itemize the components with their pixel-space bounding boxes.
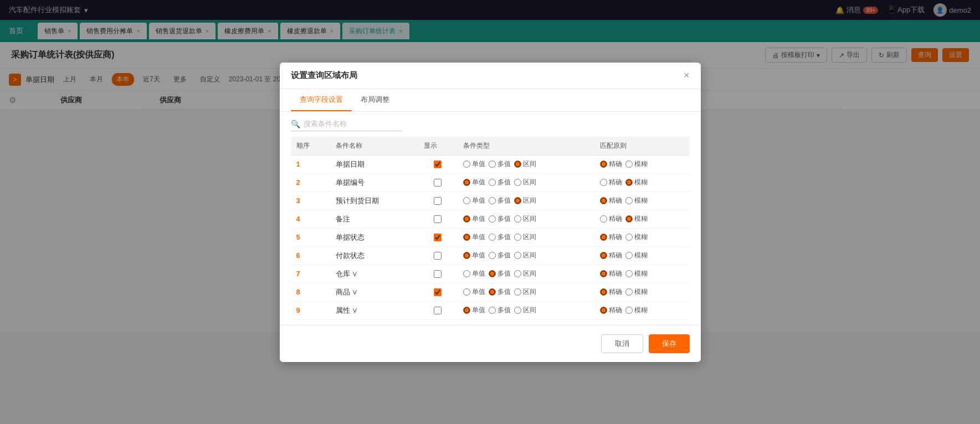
radio-type-2-区间[interactable]: 区间 <box>514 196 536 205</box>
cell-name: 单据日期 <box>330 155 418 173</box>
dialog-tabs: 查询字段设置 布局调整 <box>280 89 701 112</box>
radio-type-3-区间[interactable]: 区间 <box>514 214 536 224</box>
radio-match-2-模糊[interactable]: 模糊 <box>625 196 648 205</box>
cell-display[interactable] <box>418 301 458 319</box>
search-icon: 🔍 <box>291 120 300 128</box>
radio-type-7-区间[interactable]: 区间 <box>514 287 536 297</box>
display-checkbox-2[interactable] <box>434 197 442 205</box>
radio-match-1-模糊[interactable]: 模糊 <box>625 178 648 187</box>
display-checkbox-7[interactable] <box>434 288 442 296</box>
radio-type-0-区间[interactable]: 区间 <box>514 159 536 169</box>
cell-display[interactable] <box>418 265 458 283</box>
cell-order: 7 <box>291 265 330 283</box>
display-checkbox-6[interactable] <box>434 270 442 278</box>
display-checkbox-3[interactable] <box>434 215 442 223</box>
radio-type-6-单值[interactable]: 单值 <box>463 269 485 278</box>
display-checkbox-4[interactable] <box>434 234 442 241</box>
radio-type-6-区间[interactable]: 区间 <box>514 269 536 278</box>
cell-name: 单据状态 <box>330 228 418 246</box>
radio-type-4-区间[interactable]: 区间 <box>514 232 536 242</box>
radio-type-5-多值[interactable]: 多值 <box>489 251 511 260</box>
cell-order: 9 <box>291 301 330 319</box>
cell-order: 6 <box>291 246 330 265</box>
radio-type-2-多值[interactable]: 多值 <box>489 196 511 205</box>
radio-type-6-多值[interactable]: 多值 <box>489 269 511 278</box>
settings-dialog: 设置查询区域布局 × 查询字段设置 布局调整 🔍 顺序 条件名称 显示 <box>280 63 701 332</box>
cell-display[interactable] <box>418 283 458 301</box>
radio-type-8-区间[interactable]: 区间 <box>514 306 536 315</box>
radio-match-3-精确[interactable]: 精确 <box>600 214 622 224</box>
cell-type: 单值 多值 区间 <box>458 283 594 301</box>
display-checkbox-0[interactable] <box>434 161 442 168</box>
cell-match: 精确 模糊 <box>594 319 690 325</box>
dialog-title: 设置查询区域布局 <box>291 70 357 81</box>
radio-type-1-单值[interactable]: 单值 <box>463 178 485 187</box>
radio-match-2-精确[interactable]: 精确 <box>600 196 622 205</box>
cell-display[interactable] <box>418 210 458 228</box>
radio-match-5-模糊[interactable]: 模糊 <box>625 251 648 260</box>
radio-type-1-多值[interactable]: 多值 <box>489 178 511 187</box>
radio-match-7-精确[interactable]: 精确 <box>600 287 622 297</box>
cell-order: 8 <box>291 283 330 301</box>
radio-type-3-单值[interactable]: 单值 <box>463 214 485 224</box>
radio-type-5-区间[interactable]: 区间 <box>514 251 536 260</box>
radio-type-5-单值[interactable]: 单值 <box>463 251 485 260</box>
radio-match-8-模糊[interactable]: 模糊 <box>625 306 648 315</box>
radio-match-3-模糊[interactable]: 模糊 <box>625 214 648 224</box>
radio-match-0-模糊[interactable]: 模糊 <box>625 159 648 169</box>
cell-match: 精确 模糊 <box>594 210 690 228</box>
cell-name: 备注 <box>330 210 418 228</box>
radio-match-8-精确[interactable]: 精确 <box>600 306 622 315</box>
col-type: 条件类型 <box>458 137 594 156</box>
table-row: 7 仓库 ∨ 单值 多值 区间 精确 模糊 <box>291 265 690 283</box>
cell-name: 仓库 ∨ <box>330 265 418 283</box>
radio-match-4-模糊[interactable]: 模糊 <box>625 232 648 242</box>
radio-type-8-多值[interactable]: 多值 <box>489 306 511 315</box>
cell-display[interactable] <box>418 246 458 265</box>
cell-display[interactable] <box>418 319 458 325</box>
radio-type-7-多值[interactable]: 多值 <box>489 287 511 297</box>
radio-type-3-多值[interactable]: 多值 <box>489 214 511 224</box>
radio-type-4-单值[interactable]: 单值 <box>463 232 485 242</box>
display-checkbox-5[interactable] <box>434 252 442 260</box>
cell-name: 商品 ∨ <box>330 283 418 301</box>
cell-display[interactable] <box>418 192 458 210</box>
cell-display[interactable] <box>418 155 458 173</box>
radio-match-1-精确[interactable]: 精确 <box>600 178 622 187</box>
cell-order: 10 <box>291 319 330 325</box>
radio-match-7-模糊[interactable]: 模糊 <box>625 287 648 297</box>
dialog-header: 设置查询区域布局 × <box>280 63 701 89</box>
radio-type-8-单值[interactable]: 单值 <box>463 306 485 315</box>
cell-type: 单值 多值 区间 <box>458 192 594 210</box>
table-row: 3 预计到货日期 单值 多值 区间 精确 模糊 <box>291 192 690 210</box>
radio-type-0-多值[interactable]: 多值 <box>489 159 511 169</box>
cell-match: 精确 模糊 <box>594 265 690 283</box>
cell-type: 单值 多值 区间 <box>458 228 594 246</box>
cell-display[interactable] <box>418 228 458 246</box>
cell-type: 单值 多值 区间 <box>458 155 594 173</box>
conditions-table: 顺序 条件名称 显示 条件类型 匹配原则 1 单据日期 单值 多值 <box>291 137 690 325</box>
cell-name: 属性 ∨ <box>330 301 418 319</box>
tab-layout[interactable]: 布局调整 <box>352 89 398 111</box>
radio-type-0-单值[interactable]: 单值 <box>463 159 485 169</box>
radio-match-6-模糊[interactable]: 模糊 <box>625 269 648 278</box>
cell-match: 精确 模糊 <box>594 173 690 192</box>
display-checkbox-1[interactable] <box>434 179 442 187</box>
cell-display[interactable] <box>418 173 458 192</box>
radio-type-2-单值[interactable]: 单值 <box>463 196 485 205</box>
tab-query-fields[interactable]: 查询字段设置 <box>291 89 352 111</box>
radio-match-5-精确[interactable]: 精确 <box>600 251 622 260</box>
radio-type-4-多值[interactable]: 多值 <box>489 232 511 242</box>
radio-match-6-精确[interactable]: 精确 <box>600 269 622 278</box>
cell-type: 单值 多值 区间 <box>458 246 594 265</box>
radio-type-1-区间[interactable]: 区间 <box>514 178 536 187</box>
cell-name: 有无商品图片 <box>330 319 418 325</box>
table-row: 6 付款状态 单值 多值 区间 精确 模糊 <box>291 246 690 265</box>
radio-match-0-精确[interactable]: 精确 <box>600 159 622 169</box>
radio-type-7-单值[interactable]: 单值 <box>463 287 485 297</box>
condition-search-input[interactable] <box>304 120 398 128</box>
display-checkbox-8[interactable] <box>434 307 442 314</box>
dialog-close-btn[interactable]: × <box>684 70 690 80</box>
cell-name: 单据编号 <box>330 173 418 192</box>
radio-match-4-精确[interactable]: 精确 <box>600 232 622 242</box>
